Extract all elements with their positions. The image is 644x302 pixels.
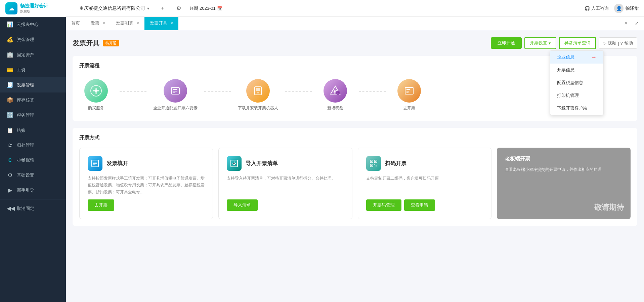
dropdown-arrow-red: → — [591, 54, 597, 60]
method-fill-header: 发票填开 — [88, 156, 205, 171]
method-card-scan: 扫码开票 支持定制开票二维码，客户端可扫码开票 开票码管理 查看申请 — [358, 148, 491, 219]
page-header: 发票开具 待开通 立即开通 开票设置 ▾ 异常清单查询 — [73, 37, 637, 49]
company-dropdown-icon: ▾ — [147, 6, 149, 11]
sidebar-item-tax[interactable]: 🔢 税务管理 — [0, 108, 66, 123]
flow-step-label-5: 去开票 — [403, 105, 415, 111]
sidebar-item-invoice[interactable]: 🧾 发票管理 — [0, 77, 66, 92]
content-area: 首页 发票 × 发票测算 × 发票开具 × ✕ ⤢ — [66, 17, 644, 302]
sidebar-item-inventory[interactable]: 📦 库存核算 — [0, 92, 66, 108]
tab-bar: 首页 发票 × 发票测算 × 发票开具 × ✕ ⤢ — [66, 17, 644, 30]
method-scan-actions: 开票码管理 查看申请 — [366, 199, 483, 211]
sidebar-item-payroll[interactable]: 💳 工资 — [0, 62, 66, 77]
method-import-title: 导入开票清单 — [246, 160, 278, 167]
settings-btn-wrapper: 开票设置 ▾ — [524, 37, 556, 49]
method-card-import: 导入开票清单 支持导入待开票清单，可对待开票清单进行拆分、合并处理。 导入清单 — [218, 148, 352, 219]
dropdown-item-printer[interactable]: 打印机管理 — [550, 89, 603, 102]
service-button[interactable]: 🎧 人工咨询 — [585, 5, 609, 11]
activate-button[interactable]: 立即开通 — [491, 37, 522, 49]
calendar-icon[interactable]: 📅 — [217, 6, 222, 11]
dropdown-item-company-info[interactable]: 企业信息 → — [550, 51, 603, 64]
flow-step-label-3: 下载并安装开票机器人 — [238, 105, 278, 111]
sidebar-item-unpin[interactable]: ◀◀ 取消固定 — [0, 201, 66, 216]
flow-separator-3 — [285, 91, 312, 99]
status-badge: 待开通 — [103, 40, 119, 46]
view-apply-button[interactable]: 查看申请 — [404, 199, 435, 211]
flow-step-3: 下载并安装开票机器人 — [238, 79, 278, 111]
sidebar: 📊 云报表中心 💰 资金管理 🏢 固定资产 💳 工资 🧾 发票管理 📦 — [0, 17, 66, 302]
svg-rect-29 — [376, 165, 377, 166]
user-info[interactable]: 👤 徐泽华 — [614, 4, 639, 13]
svg-rect-26 — [375, 161, 376, 162]
fill-go-button[interactable]: 去开票 — [88, 199, 114, 211]
period-label: 账期 2023-01 📅 — [189, 5, 222, 11]
unpin-icon: ◀◀ — [7, 205, 13, 212]
page-actions: 立即开通 开票设置 ▾ 异常清单查询 ▷ 视频 | ? — [491, 37, 637, 49]
logo-area: ☁ 畅捷通好会计 旗舰版 — [5, 2, 71, 14]
flow-step-label-1: 购买服务 — [88, 105, 104, 111]
svg-text:+: + — [337, 91, 339, 95]
flow-separator-2 — [204, 91, 231, 99]
main-area: 📊 云报表中心 💰 资金管理 🏢 固定资产 💳 工资 🧾 发票管理 📦 — [0, 17, 644, 302]
page-title: 发票开具 — [73, 39, 99, 48]
tab-invoice-close[interactable]: × — [103, 21, 105, 25]
flow-step-icon-2 — [164, 79, 187, 103]
expand-tab-btn[interactable]: ⤢ — [632, 19, 641, 28]
payroll-icon: 💳 — [7, 67, 13, 73]
tab-invoice-calc-close[interactable]: × — [137, 21, 139, 25]
top-right: 🎧 人工咨询 👤 徐泽华 — [585, 4, 639, 13]
help-button[interactable]: ▷ 视频 | ? 帮助 — [599, 37, 637, 49]
add-company-button[interactable]: ＋ — [157, 3, 168, 14]
tab-invoice-issue-close[interactable]: × — [171, 21, 173, 25]
flow-step-2: 企业开通配置开票六要素 — [153, 79, 198, 111]
sidebar-item-archive[interactable]: 🗂 归档管理 — [0, 138, 66, 153]
qr-manage-button[interactable]: 开票码管理 — [366, 199, 401, 211]
settings-dropdown-arrow: ▾ — [549, 41, 551, 46]
sidebar-item-assets[interactable]: 🏢 固定资产 — [0, 47, 66, 62]
tab-invoice[interactable]: 发票 × — [85, 17, 111, 30]
sidebar-item-guide[interactable]: ▶ 新手引导 — [0, 183, 66, 198]
company-name: 重庆畅捷交通信息咨询有限公司 — [79, 5, 145, 11]
assets-icon: 🏢 — [7, 51, 13, 58]
logo-title: 畅捷通好会计 — [20, 3, 48, 9]
sidebar-item-cloud-reports[interactable]: 📊 云报表中心 — [0, 17, 66, 32]
sidebar-item-finance[interactable]: 💰 资金管理 — [0, 32, 66, 47]
method-scan-title: 扫码开票 — [385, 160, 406, 167]
method-import-actions: 导入清单 — [227, 199, 344, 211]
sidebar-item-settings[interactable]: ⚙ 基础设置 — [0, 167, 66, 183]
question-icon: ? — [620, 41, 623, 46]
coming-soon-area: 敬请期待 — [594, 202, 624, 213]
dropdown-item-invoice-info[interactable]: 开票信息 — [550, 64, 603, 76]
svg-rect-28 — [374, 164, 375, 165]
import-list-button[interactable]: 导入清单 — [227, 199, 258, 211]
tab-home[interactable]: 首页 — [66, 17, 85, 30]
flow-step-label-4: 新增税盘 — [327, 105, 343, 111]
invoice-icon: 🧾 — [7, 82, 13, 88]
flow-step-1: 购买服务 — [79, 79, 113, 111]
tab-invoice-issue[interactable]: 发票开具 × — [144, 17, 178, 30]
method-import-header: 导入开票清单 — [227, 156, 344, 171]
flow-step-icon-4: 税+ — [324, 79, 347, 103]
cloud-reports-icon: 📊 — [7, 21, 13, 28]
svg-rect-7 — [256, 88, 260, 91]
company-selector[interactable]: 重庆畅捷交通信息咨询有限公司 ▾ — [77, 4, 152, 13]
page-title-area: 发票开具 待开通 — [73, 39, 119, 48]
settings-icon[interactable]: ⚙ — [173, 3, 184, 14]
dropdown-item-tax-config[interactable]: 配置税盘信息 — [550, 76, 603, 89]
sidebar-item-close-accounts[interactable]: 📋 结账 — [0, 123, 66, 138]
query-button[interactable]: 异常清单查询 — [559, 37, 596, 49]
settings-button[interactable]: 开票设置 ▾ — [524, 37, 556, 49]
logo-icon: ☁ — [5, 2, 17, 14]
coming-soon-badge: 敬请期待 — [594, 203, 624, 212]
methods-section: 开票方式 发票填开 支持按照发票样式手工填开发票；可开具增值税电子普通发票、增值… — [73, 128, 637, 226]
svg-point-8 — [257, 92, 259, 93]
method-import-desc: 支持导入待开票清单，可对待开票清单进行拆分、合并处理。 — [227, 175, 344, 182]
dropdown-item-download-client[interactable]: 下载开票客户端 — [550, 102, 603, 115]
headset-icon: 🎧 — [585, 6, 590, 11]
sidebar-item-expense[interactable]: C 小畅报销 — [0, 153, 66, 167]
close-tab-btn[interactable]: ✕ — [621, 19, 631, 28]
guide-icon: ▶ — [7, 187, 13, 193]
boss-card: 老板端开票 查看老板端小程序提交的开票申请，并作出相应的处理 敬请期待 — [497, 148, 631, 219]
flow-step-label-2: 企业开通配置开票六要素 — [153, 105, 198, 111]
tab-bar-right: ✕ ⤢ — [621, 19, 644, 28]
tab-invoice-calc[interactable]: 发票测算 × — [111, 17, 144, 30]
